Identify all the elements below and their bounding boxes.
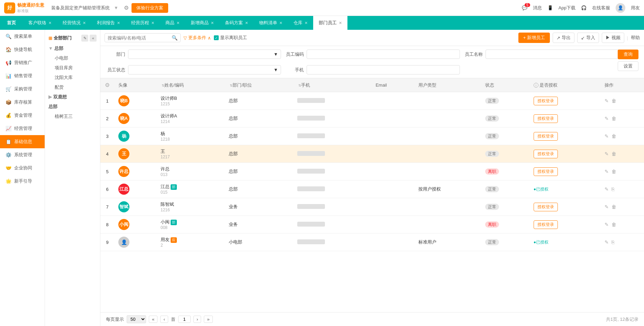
sidebar-item-search[interactable]: 🔍 搜索菜单 [0,30,45,43]
nav-item-new-goods[interactable]: 新增商品 ✕ [185,16,219,30]
nav-close-profit[interactable]: ✕ [117,21,120,25]
nav-item-situation[interactable]: 经营情况 ✕ [57,16,91,30]
nav-item-history[interactable]: 经营历程 ✕ [126,16,160,30]
nav-item-customer[interactable]: 客户联络 ✕ [23,16,57,30]
delete-icon-2[interactable]: 🗑 [611,116,616,121]
dept-item-zhishu[interactable]: 植树王三 [45,112,100,121]
search-icon[interactable]: 🔍 [172,35,178,41]
delete-icon-5[interactable]: 🗑 [611,169,616,174]
nav-item-barcode[interactable]: 条码方案 ✕ [219,16,254,30]
sidebar-item-basic[interactable]: 📋 基础信息 [0,135,45,148]
dept-filter-select[interactable]: ▼ [128,50,281,59]
sidebar-item-collab[interactable]: 🤝 企业协同 [0,161,45,175]
nav-item-employee[interactable]: 部门员工 ✕ [313,16,347,30]
export-button[interactable]: ↗ 导出 [553,33,574,43]
copy-icon-9[interactable]: ⎘ [611,239,614,245]
show-resigned-toggle[interactable]: ✓ 显示离职员工 [214,35,247,41]
dept-item-shenyang[interactable]: 沈阳大库 [45,73,100,82]
delete-icon-4[interactable]: 🗑 [611,151,616,157]
reset-button[interactable]: 设置 [618,61,638,71]
app-download-label[interactable]: App下载 [559,5,575,11]
message-icon[interactable]: 💬 5 [522,5,527,10]
nav-item-goods[interactable]: 商品 ✕ [160,16,185,30]
status-filter-select[interactable]: ▼ [128,65,281,74]
phone-filter-input[interactable] [307,65,460,74]
dept-group-zongbu2[interactable]: 总部 [45,102,100,112]
last-page-btn[interactable]: » [204,316,212,323]
auth-btn-2[interactable]: 授权登录 [534,114,558,123]
sidebar-item-purchase[interactable]: 🛒 采购管理 [0,82,45,96]
sidebar-item-nav[interactable]: 🏠 快捷导航 [0,43,45,56]
dept-group-shuanglu[interactable]: ▶双鹿想 [45,92,100,102]
prev-page-btn[interactable]: ‹ [160,316,168,323]
auth-btn-3[interactable]: 授权登录 [534,132,558,141]
help-label[interactable]: 帮助 [631,35,640,41]
edit-icon-4[interactable]: ✎ [605,151,609,157]
gear-icon[interactable]: ⚙ [124,5,129,11]
auth-btn-5[interactable]: 授权登录 [534,167,558,176]
import-button[interactable]: ↙ 导入 [577,33,599,43]
edit-icon-2[interactable]: ✎ [605,116,609,121]
dept-item-xiaodianbu[interactable]: 小电部 [45,53,100,63]
nav-item-bom[interactable]: 物料清单 ✕ [254,16,288,30]
nav-close-situation[interactable]: ✕ [83,21,86,25]
nav-item-home[interactable]: 首页 [0,16,23,30]
nav-close-goods[interactable]: ✕ [176,21,180,25]
query-button[interactable]: 查询 [618,50,638,59]
page-size-select[interactable]: 50 100 200 [127,315,146,323]
dept-group-zongbu[interactable]: ▼总部 [45,44,100,53]
view-button[interactable]: ▶ 视频 [602,33,624,43]
edit-icon-3[interactable]: ✎ [605,133,609,139]
delete-icon-1[interactable]: 🗑 [611,98,616,104]
nav-item-warehouse[interactable]: 仓库 ✕ [288,16,313,30]
edit-icon-5[interactable]: ✎ [605,169,609,174]
edit-icon-8[interactable]: ✎ [605,222,609,227]
th-settings[interactable]: ⚙ [100,78,114,92]
dept-item-project[interactable]: 项目库房 [45,63,100,73]
sidebar-item-stock[interactable]: 📦 库存核算 [0,96,45,109]
delete-icon-7[interactable]: 🗑 [611,204,616,210]
auth-btn-1[interactable]: 授权登录 [534,97,558,105]
delete-icon-3[interactable]: 🗑 [611,133,616,139]
edit-icon-6[interactable]: ✎ [605,186,609,192]
empcode-filter-input[interactable] [307,50,460,59]
trial-button[interactable]: 体验行业方案 [131,3,168,13]
sidebar-item-finance[interactable]: 💰 资金管理 [0,109,45,122]
nav-close-history[interactable]: ✕ [151,21,154,25]
nav-close-new-goods[interactable]: ✕ [211,21,214,25]
delete-icon-8[interactable]: 🗑 [611,222,616,227]
sidebar-item-sales[interactable]: 📊 销售管理 [0,69,45,82]
sort-icon-dept[interactable]: ⇅ [230,83,233,87]
sidebar-item-guide[interactable]: 🌟 新手引导 [0,175,45,188]
service-label[interactable]: 在线客服 [592,5,610,11]
edit-icon-7[interactable]: ✎ [605,204,609,210]
auth-btn-4[interactable]: 授权登录 [534,150,558,158]
empname-filter-input[interactable] [486,50,638,59]
sidebar-item-operation[interactable]: 📈 经营管理 [0,122,45,135]
nav-close-barcode[interactable]: ✕ [245,21,248,25]
nav-close-employee[interactable]: ✕ [339,21,342,25]
dept-edit-icon[interactable]: ✎ [81,35,88,42]
add-employee-button[interactable]: + 新增员工 [518,33,550,43]
first-page-btn[interactable]: « [149,316,157,323]
sort-icon-phone[interactable]: ⇅ [298,83,301,87]
sidebar-item-system[interactable]: ⚙️ 系统管理 [0,148,45,161]
search-input[interactable] [108,35,172,41]
copy-icon-6[interactable]: ⎘ [611,186,614,192]
settings-icon[interactable]: ⚙ [105,82,110,88]
next-page-btn[interactable]: › [193,316,201,323]
user-label[interactable]: 用友 [631,5,640,11]
edit-icon-1[interactable]: ✎ [605,98,609,104]
dept-item-peihuo[interactable]: 配货 [45,82,100,92]
nav-close-warehouse[interactable]: ✕ [305,21,308,25]
nav-item-profit[interactable]: 利润报告 ✕ [91,16,126,30]
more-filter-btn[interactable]: ▽ 更多条件 ∧ [183,35,211,41]
nav-close-bom[interactable]: ✕ [279,21,282,25]
dept-collapse-icon[interactable]: « [90,35,97,42]
nav-close-customer[interactable]: ✕ [48,21,52,25]
sort-icon-name[interactable]: ⇅ [162,83,164,87]
page-number-input[interactable] [178,316,191,323]
dept-all-btn[interactable]: ⊞ 全部部门 [48,35,72,41]
sidebar-item-marketing[interactable]: 📢 营销推广 [0,56,45,69]
auth-btn-7[interactable]: 授权登录 [534,203,558,211]
